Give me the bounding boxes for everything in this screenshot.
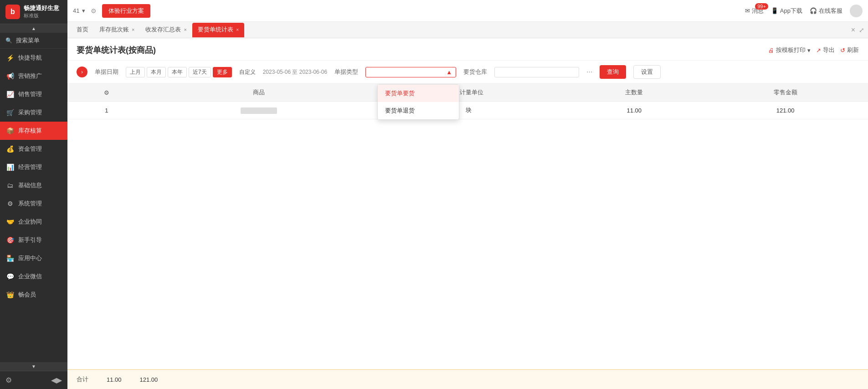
avatar[interactable] <box>850 5 863 17</box>
service-icon: 🎧 <box>810 7 817 14</box>
online-service-button[interactable]: 🎧 在线客服 <box>810 7 842 15</box>
tab-order-stats[interactable]: 要货单统计表 × <box>192 23 244 37</box>
sidebar: b 畅捷通好生意 标准版 ▲ 🔍 搜索菜单 ⚡ 快捷导航 📢 营销推广 📈 销售… <box>0 0 67 389</box>
finance-icon: 💰 <box>5 145 15 153</box>
marketing-icon: 📢 <box>5 72 15 80</box>
purchase-icon: 🛒 <box>5 109 15 116</box>
sidebar-search[interactable]: 🔍 搜索菜单 <box>0 33 67 49</box>
wechat-icon: 💬 <box>5 273 15 280</box>
dropdown-item-return-goods[interactable]: 要货单退货 <box>378 102 459 119</box>
sidebar-item-sales[interactable]: 📈 销售管理 <box>0 85 67 103</box>
sidebar-logo: b 畅捷通好生意 标准版 <box>0 0 67 24</box>
basic-icon: 🗂 <box>5 182 15 189</box>
refresh-button[interactable]: ↺ 刷新 <box>840 46 859 54</box>
sidebar-item-finance[interactable]: 💰 资金管理 <box>0 140 67 158</box>
sidebar-footer: ⚙ ◀▶ <box>0 371 67 389</box>
total-amount: 121.00 <box>140 376 158 383</box>
page-title: 要货单统计表(按商品) <box>77 45 156 56</box>
search-icon: 🔍 <box>5 37 12 44</box>
table-header-row: ⚙ 商品 主计量单位 主数量 零售金额 <box>67 84 868 102</box>
sidebar-item-marketing[interactable]: 📢 营销推广 <box>0 67 67 85</box>
sidebar-item-appstore[interactable]: 🏪 应用中心 <box>0 249 67 267</box>
col-settings[interactable]: ⚙ <box>67 84 146 102</box>
close-tab-bar-icon[interactable]: × <box>851 26 855 34</box>
version-selector[interactable]: 41 ▾ <box>73 7 85 14</box>
tab-receivable[interactable]: 收发存汇总表 × <box>140 23 192 37</box>
tab-home[interactable]: 首页 <box>71 23 94 37</box>
cell-index: 1 <box>67 102 146 119</box>
this-month-button[interactable]: 本月 <box>147 67 166 77</box>
export-icon: ↗ <box>816 47 821 54</box>
query-button[interactable]: 查询 <box>600 65 626 79</box>
filter-more-icon[interactable]: ··· <box>586 68 592 76</box>
cell-quantity: 11.00 <box>565 102 703 119</box>
sidebar-item-operations[interactable]: 📊 经营管理 <box>0 158 67 176</box>
collapse-icon[interactable]: ◀▶ <box>51 376 62 384</box>
table-footer: 合计 11.00 121.00 <box>67 369 868 389</box>
sidebar-item-shortcut[interactable]: ⚡ 快捷导航 <box>0 49 67 67</box>
date-range-display: 2023-05-06 至 2023-06-06 <box>263 68 327 76</box>
expand-icon[interactable]: ⤢ <box>859 26 864 34</box>
custom-date-button[interactable]: 自定义 <box>239 68 256 76</box>
tab-close-batch[interactable]: × <box>132 27 134 32</box>
sidebar-scroll-up[interactable]: ▲ <box>0 24 67 33</box>
warehouse-input[interactable] <box>494 67 579 77</box>
chevron-down-icon: ▾ <box>807 47 811 54</box>
table-row: 1 块 11.00 121.00 <box>67 102 868 119</box>
settings-icon[interactable]: ⚙ <box>5 376 12 384</box>
date-buttons: 上月 本月 本年 近7天 更多 <box>126 67 232 77</box>
sidebar-item-inventory[interactable]: 📦 库存核算 <box>0 122 67 140</box>
total-label: 合计 <box>77 375 88 384</box>
more-button[interactable]: 更多 <box>213 67 232 77</box>
sidebar-item-wechat[interactable]: 💬 企业微信 <box>0 267 67 286</box>
type-input[interactable] <box>370 69 446 76</box>
sidebar-item-purchase[interactable]: 🛒 采购管理 <box>0 103 67 122</box>
tab-close-order-stats[interactable]: × <box>236 27 239 32</box>
sidebar-item-member[interactable]: 👑 畅会员 <box>0 286 67 304</box>
this-year-button[interactable]: 本年 <box>168 67 187 77</box>
last7days-button[interactable]: 近7天 <box>189 67 211 77</box>
warehouse-label: 要货仓库 <box>463 68 487 76</box>
guide-icon: 🎯 <box>5 236 15 244</box>
app-download-button[interactable]: 📱 App下载 <box>771 7 802 15</box>
filter-bar: › 单据日期 上月 本月 本年 近7天 更多 自定义 2023-05-06 至 … <box>67 61 868 84</box>
sidebar-item-basic[interactable]: 🗂 基础信息 <box>0 176 67 194</box>
trial-button[interactable]: 体验行业方案 <box>102 4 150 18</box>
messages-button[interactable]: ✉ 消息 99+ <box>745 7 764 15</box>
sidebar-scroll-down[interactable]: ▼ <box>0 362 67 371</box>
topbar-left: 41 ▾ ⚙ 体验行业方案 <box>73 4 745 18</box>
dropdown-item-order-goods[interactable]: 要货单要货 <box>378 85 459 102</box>
enterprise-icon: 🤝 <box>5 218 15 225</box>
settings-button[interactable]: 设置 <box>633 65 661 79</box>
sidebar-item-guide[interactable]: 🎯 新手引导 <box>0 231 67 249</box>
operations-icon: 📊 <box>5 164 15 171</box>
filter-expand-button[interactable]: › <box>77 67 87 77</box>
appstore-icon: 🏪 <box>5 255 15 262</box>
data-table: ⚙ 商品 主计量单位 主数量 零售金额 1 <box>67 84 868 119</box>
inventory-icon: 📦 <box>5 127 15 134</box>
app-logo-text: 畅捷通好生意 标准版 <box>24 5 59 19</box>
tab-batch[interactable]: 库存批次账 × <box>94 23 140 37</box>
type-input-wrapper[interactable]: ▲ <box>365 67 456 77</box>
total-quantity: 11.00 <box>107 376 122 383</box>
topbar: 41 ▾ ⚙ 体验行业方案 ✉ 消息 99+ 📱 App下载 🎧 在线客服 <box>67 0 868 22</box>
sidebar-nav: ⚡ 快捷导航 📢 营销推广 📈 销售管理 🛒 采购管理 📦 库存核算 💰 资金管… <box>0 49 67 362</box>
page-actions: 🖨 按模板打印 ▾ ↗ 导出 ↺ 刷新 <box>768 46 859 54</box>
tab-close-receivable[interactable]: × <box>184 27 186 32</box>
topbar-right: ✉ 消息 99+ 📱 App下载 🎧 在线客服 <box>745 5 863 17</box>
gear-icon[interactable]: ⚙ <box>91 7 97 15</box>
table-settings-icon[interactable]: ⚙ <box>104 89 109 96</box>
table-area: ⚙ 商品 主计量单位 主数量 零售金额 1 <box>67 84 868 369</box>
print-button[interactable]: 🖨 按模板打印 ▾ <box>768 46 811 54</box>
sidebar-item-system[interactable]: ⚙ 系统管理 <box>0 194 67 213</box>
export-button[interactable]: ↗ 导出 <box>816 46 835 54</box>
type-dropdown-arrow[interactable]: ▲ <box>446 69 452 76</box>
sidebar-item-enterprise[interactable]: 🤝 企业协同 <box>0 213 67 231</box>
chevron-down-icon: ▾ <box>82 7 85 14</box>
system-icon: ⚙ <box>5 200 15 207</box>
last-month-button[interactable]: 上月 <box>126 67 145 77</box>
tab-bar-actions: × ⤢ <box>851 26 864 34</box>
content-area: 要货单统计表(按商品) 🖨 按模板打印 ▾ ↗ 导出 ↺ 刷新 <box>67 38 868 389</box>
type-label: 单据类型 <box>334 68 358 76</box>
app-logo-icon: b <box>5 5 20 19</box>
